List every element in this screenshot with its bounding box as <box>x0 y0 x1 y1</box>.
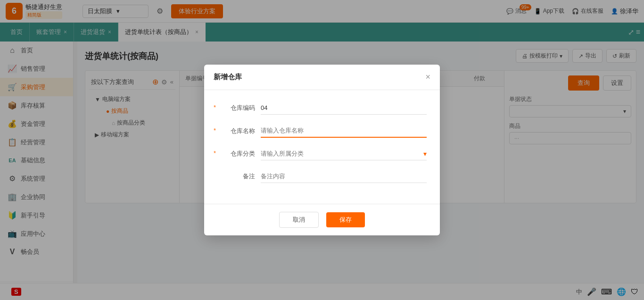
add-warehouse-modal: 新增仓库 × 仓库编码 仓库名称 仓库分类 ▾ <box>204 65 440 235</box>
save-button[interactable]: 保存 <box>326 212 365 227</box>
form-row-note: 备注 <box>217 170 427 183</box>
modal-title: 新增仓库 <box>214 73 425 82</box>
name-input[interactable] <box>261 124 427 138</box>
cancel-button[interactable]: 取消 <box>279 212 319 228</box>
code-label: 仓库编码 <box>217 104 255 112</box>
name-label: 仓库名称 <box>217 127 255 135</box>
modal-footer: 取消 保存 <box>204 204 440 235</box>
category-label: 仓库分类 <box>217 150 255 158</box>
modal-body: 仓库编码 仓库名称 仓库分类 ▾ 备注 <box>204 90 440 204</box>
note-label: 备注 <box>217 172 255 181</box>
modal-header: 新增仓库 × <box>204 65 440 90</box>
form-row-name: 仓库名称 <box>217 124 427 138</box>
modal-close-button[interactable]: × <box>425 72 430 82</box>
category-select-wrapper[interactable]: ▾ <box>261 147 427 160</box>
note-input[interactable] <box>261 170 427 183</box>
form-row-code: 仓库编码 <box>217 101 427 115</box>
code-input[interactable] <box>261 101 427 115</box>
form-row-category: 仓库分类 ▾ <box>217 147 427 160</box>
category-chevron-icon: ▾ <box>423 150 427 158</box>
category-input[interactable] <box>261 147 423 160</box>
modal-overlay: 新增仓库 × 仓库编码 仓库名称 仓库分类 ▾ <box>0 0 644 300</box>
